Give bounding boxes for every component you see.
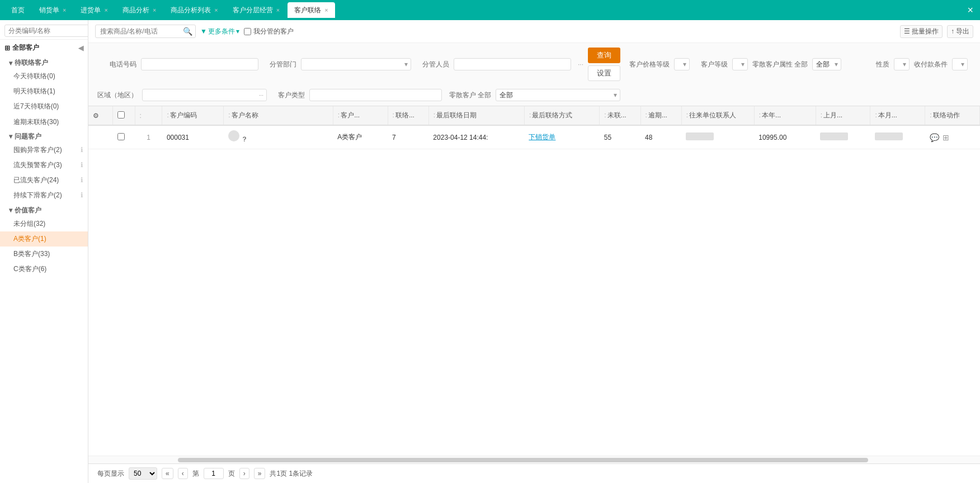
col-header-code: :客户编码 — [162, 106, 224, 125]
nav-tab-sales[interactable]: 销货单× — [32, 2, 73, 18]
price-tier-select[interactable] — [674, 58, 690, 70]
last-page-btn[interactable]: » — [254, 468, 266, 479]
next-page-btn[interactable]: › — [239, 468, 249, 479]
table-row: 1000031 ？A类客户72023-04-12 14:44:下销货单55481… — [88, 125, 980, 149]
col-header-type: :客户... — [333, 106, 388, 125]
page-size-label: 每页显示 — [97, 469, 124, 479]
h-scrollbar-area — [88, 456, 980, 463]
setting-btn[interactable]: 设置 — [588, 65, 620, 81]
close-tab-goods-analysis[interactable]: × — [153, 7, 156, 13]
manager-input[interactable] — [454, 58, 571, 70]
filter-search-icon[interactable]: 🔍 — [183, 27, 192, 36]
close-tab-customer-contact[interactable]: × — [324, 7, 328, 13]
page-size-select[interactable]: 102050100 — [129, 467, 157, 480]
prev-page-btn[interactable]: ‹ — [178, 468, 188, 479]
phone-input[interactable] — [141, 58, 258, 70]
sidebar-item-0-3[interactable]: 逾期未联络(30) — [0, 115, 88, 130]
nature-label: 性质 — [850, 60, 889, 69]
sidebar-search-input[interactable] — [4, 25, 88, 37]
top-nav: 首页销货单×进货单×商品分析×商品分析列表×客户分层经营×客户联络×× — [0, 0, 980, 20]
customer-tier-select[interactable] — [732, 58, 748, 70]
status-label: 状态 — [972, 60, 980, 69]
chevron-icon: ▾ — [9, 59, 12, 67]
row-checkbox-0[interactable] — [117, 133, 125, 140]
all-customers-header[interactable]: ⊞ 全部客户 ◀ — [0, 40, 88, 56]
manager-label: 分管人员 — [416, 60, 449, 69]
col-header-checkbox[interactable] — [113, 106, 135, 125]
col-header-noContact: :未联... — [600, 106, 640, 125]
export-btn[interactable]: ↑ 导出 — [947, 25, 973, 38]
filter-search-input[interactable] — [95, 25, 196, 38]
col-header-overdue: :逾期... — [640, 106, 681, 125]
col-header-contact: :联络... — [388, 106, 428, 125]
dept-select[interactable] — [301, 58, 411, 70]
collapse-icon[interactable]: ◀ — [78, 44, 83, 52]
retail-customer-select[interactable]: 全部 — [496, 89, 620, 101]
total-records: 共1页 1条记录 — [270, 469, 313, 479]
sidebar-section-2[interactable]: ▾价值客户 — [0, 203, 88, 216]
col-header-name: :客户名称 — [224, 106, 333, 125]
retail-prop-select[interactable]: 全部 — [812, 58, 841, 70]
grid-icon: ⊞ — [4, 44, 10, 52]
filter-row-2: 客户价格等级 客户等级 零散客户属性 全部 全部 — [629, 48, 841, 81]
customer-type-input[interactable] — [309, 89, 442, 101]
sidebar-item-2-3[interactable]: C类客户(6) — [0, 262, 88, 277]
sidebar-item-1-3[interactable]: 持续下滑客户(2) ℹ — [0, 188, 88, 203]
cell-contact-0: 7 — [388, 125, 428, 149]
sidebar-item-0-2[interactable]: 近7天待联络(0) — [0, 99, 88, 114]
more-conditions-btn[interactable]: ▼ 更多条件 ▾ — [200, 27, 239, 36]
close-tab-customer-tier[interactable]: × — [276, 7, 280, 13]
sidebar-search-area: 🔍 — [0, 20, 88, 40]
nature-select[interactable] — [894, 58, 910, 70]
sidebar-item-0-1[interactable]: 明天待联络(1) — [0, 84, 88, 99]
nav-tab-customer-tier[interactable]: 客户分层经营× — [226, 2, 286, 18]
nav-tab-goods-analysis[interactable]: 商品分析× — [116, 2, 163, 18]
action-icons: 💬 ⊞ — [930, 133, 976, 142]
sidebar-item-0-0[interactable]: 今天待联络(0) — [0, 69, 88, 84]
region-select[interactable] — [142, 89, 267, 101]
nav-tab-goods-list[interactable]: 商品分析列表× — [164, 2, 224, 18]
cell-type-0: A类客户 — [333, 125, 388, 149]
sidebar-section-0[interactable]: ▾待联络客户 — [0, 56, 88, 69]
my-customers-check[interactable] — [244, 28, 251, 35]
cell-thisMonth-0 — [870, 125, 925, 149]
close-tab-goods-list[interactable]: × — [214, 7, 218, 13]
col-header-settings[interactable]: ⚙ — [88, 106, 113, 125]
close-all-tabs[interactable]: × — [967, 4, 973, 16]
sidebar-item-1-2[interactable]: 已流失客户(24) ℹ — [0, 173, 88, 188]
sidebar-item-1-0[interactable]: 囤购异常客户(2) ℹ — [0, 143, 88, 158]
nav-tab-home[interactable]: 首页 — [4, 2, 31, 18]
contact-way-link[interactable]: 下销货单 — [529, 133, 555, 141]
sidebar-section-1[interactable]: ▾问题客户 — [0, 130, 88, 143]
page-of: 页 — [228, 469, 235, 479]
filter-row-4: 区域（地区） 客户类型 零散客户 全部 全部 — [97, 89, 620, 101]
filter-row-1: 电话号码 分管部门 分管人员 ··· 查询 设置 — [97, 48, 620, 81]
page-number-input[interactable] — [204, 468, 224, 479]
first-page-btn[interactable]: « — [162, 468, 173, 479]
sidebar-item-1-1[interactable]: 流失预警客户(3) ℹ — [0, 158, 88, 173]
qr-action-icon[interactable]: ⊞ — [943, 133, 949, 142]
my-customers-checkbox[interactable]: 我分管的客户 — [244, 27, 294, 36]
cell-name-0: ？ — [224, 125, 333, 149]
close-tab-purchase[interactable]: × — [104, 7, 107, 13]
all-customers-label: 全部客户 — [12, 43, 39, 53]
dept-label: 分管部门 — [263, 60, 296, 69]
nav-tab-label: 商品分析列表 — [171, 6, 211, 15]
close-tab-sales[interactable]: × — [63, 7, 66, 13]
sidebar-item-2-0[interactable]: 未分组(32) — [0, 216, 88, 231]
batch-op-btn[interactable]: ☰ 批量操作 — [900, 25, 943, 38]
select-all-checkbox[interactable] — [117, 111, 125, 119]
query-btn[interactable]: 查询 — [588, 48, 620, 63]
msg-action-icon[interactable]: 💬 — [930, 133, 939, 142]
manager-dots[interactable]: ··· — [578, 60, 583, 68]
nav-tab-purchase[interactable]: 进货单× — [74, 2, 114, 18]
cell-lastContactWay-0: 下销货单 — [524, 125, 599, 149]
h-scrollbar-thumb[interactable] — [178, 458, 868, 462]
sidebar-item-2-1[interactable]: A类客户(1) — [0, 231, 88, 247]
payment-select[interactable] — [952, 58, 968, 70]
nav-tab-customer-contact[interactable]: 客户联络× — [288, 2, 334, 18]
col-settings-icon[interactable]: ⚙ — [93, 112, 99, 120]
sidebar-item-2-2[interactable]: B类客户(33) — [0, 247, 88, 262]
price-tier-label: 客户价格等级 — [629, 60, 670, 69]
col-header-thisMonth: :本月... — [870, 106, 925, 125]
